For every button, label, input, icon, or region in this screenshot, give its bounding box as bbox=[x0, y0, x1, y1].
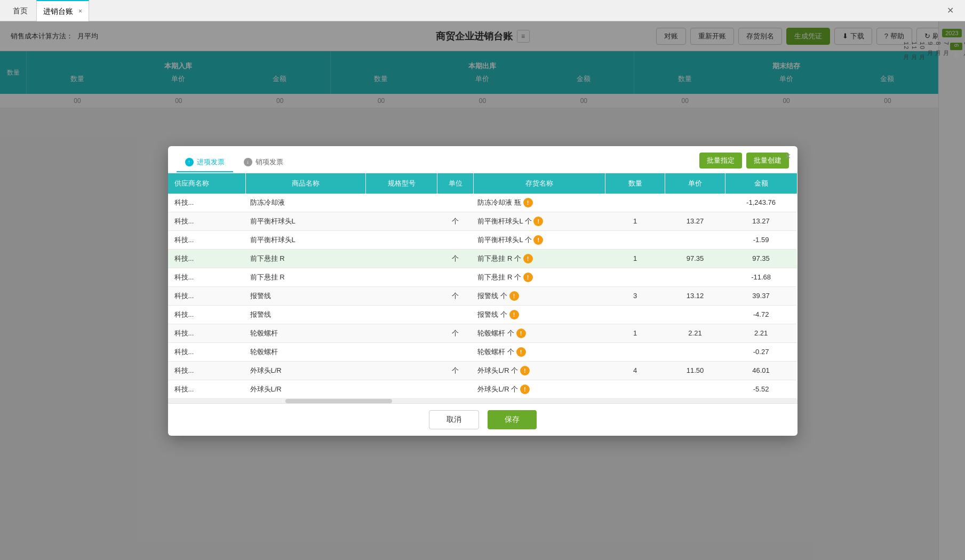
cell-product-name: 外球头L/R bbox=[246, 380, 366, 398]
cell-unit-price: 2.21 bbox=[665, 324, 725, 342]
col-amount: 金额 bbox=[725, 173, 797, 194]
cell-unit bbox=[437, 380, 473, 398]
modal-header: ↑ 进项发票 ↓ 销项发票 批量指定 批量创建 × bbox=[168, 146, 797, 173]
cell-unit-price bbox=[665, 342, 725, 361]
save-button[interactable]: 保存 bbox=[488, 410, 537, 429]
cell-spec bbox=[365, 361, 437, 380]
cell-unit: 个 bbox=[437, 324, 473, 342]
cell-spec bbox=[365, 212, 437, 230]
cell-spec bbox=[365, 194, 437, 212]
cell-quantity bbox=[605, 380, 665, 398]
cell-product-name: 防冻冷却液 bbox=[246, 194, 366, 212]
tab-incoming-invoice[interactable]: ↑ 进项发票 bbox=[177, 153, 233, 172]
cell-amount: -1,243.76 bbox=[725, 194, 797, 212]
cell-unit-price bbox=[665, 268, 725, 286]
cell-quantity bbox=[605, 194, 665, 212]
table-row[interactable]: 科技... 轮毂螺杆 轮毂螺杆 个 ! -0.27 bbox=[168, 342, 797, 361]
cell-product-name: 前平衡杆球头L bbox=[246, 230, 366, 249]
col-quantity: 数量 bbox=[605, 173, 665, 194]
outgoing-invoice-icon: ↓ bbox=[244, 158, 252, 166]
warn-icon: ! bbox=[533, 235, 543, 245]
cell-spec bbox=[365, 268, 437, 286]
modal-table-wrapper[interactable]: 供应商名称 商品名称 规格型号 单位 存货名称 数量 单价 金额 科技... 防… bbox=[168, 173, 797, 399]
table-row[interactable]: 科技... 前下悬挂 R 个 前下悬挂 R 个 ! 1 97.35 97.35 bbox=[168, 249, 797, 268]
cell-amount: 97.35 bbox=[725, 249, 797, 268]
cell-unit bbox=[437, 268, 473, 286]
warn-icon: ! bbox=[520, 385, 530, 394]
batch-create-button[interactable]: 批量创建 bbox=[746, 153, 789, 169]
cell-inventory-name: 前平衡杆球头L 个 ! bbox=[473, 230, 605, 249]
cell-spec bbox=[365, 324, 437, 342]
cell-amount: 46.01 bbox=[725, 361, 797, 380]
cell-quantity: 1 bbox=[605, 324, 665, 342]
cell-product-name: 外球头L/R bbox=[246, 361, 366, 380]
window-close-button[interactable]: ✕ bbox=[939, 0, 961, 21]
modal-table-header-row: 供应商名称 商品名称 规格型号 单位 存货名称 数量 单价 金额 bbox=[168, 173, 797, 194]
cell-quantity bbox=[605, 342, 665, 361]
modal-footer: 取消 保存 bbox=[168, 403, 797, 436]
modal-scrollbar-thumb[interactable] bbox=[285, 399, 392, 403]
cell-unit-price: 11.50 bbox=[665, 361, 725, 380]
cell-unit: 个 bbox=[437, 361, 473, 380]
table-row[interactable]: 科技... 报警线 报警线 个 ! -4.72 bbox=[168, 305, 797, 324]
cell-inventory-name: 防冻冷却液 瓶 ! bbox=[473, 194, 605, 212]
cell-unit-price bbox=[665, 230, 725, 249]
cell-unit-price bbox=[665, 305, 725, 324]
col-product-name: 商品名称 bbox=[246, 173, 366, 194]
cell-amount: -0.27 bbox=[725, 342, 797, 361]
cell-amount: -5.52 bbox=[725, 380, 797, 398]
warn-icon: ! bbox=[523, 254, 533, 263]
table-row[interactable]: 科技... 报警线 个 报警线 个 ! 3 13.12 39.37 bbox=[168, 286, 797, 305]
tab-outgoing-invoice[interactable]: ↓ 销项发票 bbox=[235, 153, 292, 172]
cell-product-name: 轮毂螺杆 bbox=[246, 342, 366, 361]
warn-icon: ! bbox=[520, 366, 530, 375]
cell-spec bbox=[365, 342, 437, 361]
cell-unit bbox=[437, 230, 473, 249]
modal-close-button[interactable]: × bbox=[785, 151, 791, 161]
cell-unit: 个 bbox=[437, 286, 473, 305]
warn-icon: ! bbox=[523, 198, 533, 207]
cell-quantity bbox=[605, 305, 665, 324]
cell-inventory-name: 外球头L/R 个 ! bbox=[473, 380, 605, 398]
cell-inventory-name: 报警线 个 ! bbox=[473, 305, 605, 324]
table-row[interactable]: 科技... 防冻冷却液 防冻冷却液 瓶 ! -1,243.76 bbox=[168, 194, 797, 212]
cell-amount: -4.72 bbox=[725, 305, 797, 324]
cell-supplier: 科技... bbox=[168, 230, 246, 249]
table-row[interactable]: 科技... 外球头L/R 外球头L/R 个 ! -5.52 bbox=[168, 380, 797, 398]
warn-icon: ! bbox=[509, 291, 519, 301]
tab-home[interactable]: 首页 bbox=[4, 0, 36, 21]
batch-assign-button[interactable]: 批量指定 bbox=[699, 153, 742, 169]
modal-overlay: ↑ 进项发票 ↓ 销项发票 批量指定 批量创建 × 供应 bbox=[0, 21, 965, 560]
cell-product-name: 报警线 bbox=[246, 286, 366, 305]
cell-amount: -1.59 bbox=[725, 230, 797, 249]
modal-scrollbar[interactable] bbox=[168, 399, 797, 403]
table-row[interactable]: 科技... 前平衡杆球头L 前平衡杆球头L 个 ! -1.59 bbox=[168, 230, 797, 249]
tab-active[interactable]: 进销台账 × bbox=[36, 0, 89, 21]
cell-supplier: 科技... bbox=[168, 249, 246, 268]
warn-icon: ! bbox=[523, 273, 533, 282]
col-spec: 规格型号 bbox=[365, 173, 437, 194]
cell-supplier: 科技... bbox=[168, 268, 246, 286]
col-unit-price: 单价 bbox=[665, 173, 725, 194]
cell-quantity bbox=[605, 268, 665, 286]
table-row[interactable]: 科技... 轮毂螺杆 个 轮毂螺杆 个 ! 1 2.21 2.21 bbox=[168, 324, 797, 342]
tab-close-icon[interactable]: × bbox=[78, 1, 82, 21]
cell-unit bbox=[437, 342, 473, 361]
cell-supplier: 科技... bbox=[168, 342, 246, 361]
cell-unit-price: 13.27 bbox=[665, 212, 725, 230]
cancel-button[interactable]: 取消 bbox=[429, 410, 479, 429]
table-row[interactable]: 科技... 外球头L/R 个 外球头L/R 个 ! 4 11.50 46.01 bbox=[168, 361, 797, 380]
cell-supplier: 科技... bbox=[168, 305, 246, 324]
cell-product-name: 前平衡杆球头L bbox=[246, 212, 366, 230]
cell-unit-price bbox=[665, 380, 725, 398]
table-row[interactable]: 科技... 前下悬挂 R 前下悬挂 R 个 ! -11.68 bbox=[168, 268, 797, 286]
cell-amount: -11.68 bbox=[725, 268, 797, 286]
main-area: 销售成本计算方法： 月平均 商贸企业进销台账 ≡ 对账 重新开账 存货别名 生成… bbox=[0, 21, 965, 560]
cell-supplier: 科技... bbox=[168, 324, 246, 342]
cell-quantity: 1 bbox=[605, 212, 665, 230]
cell-inventory-name: 前下悬挂 R 个 ! bbox=[473, 249, 605, 268]
cell-spec bbox=[365, 249, 437, 268]
cell-amount: 13.27 bbox=[725, 212, 797, 230]
modal-header-buttons: 批量指定 批量创建 bbox=[699, 153, 789, 173]
table-row[interactable]: 科技... 前平衡杆球头L 个 前平衡杆球头L 个 ! 1 13.27 13.2… bbox=[168, 212, 797, 230]
